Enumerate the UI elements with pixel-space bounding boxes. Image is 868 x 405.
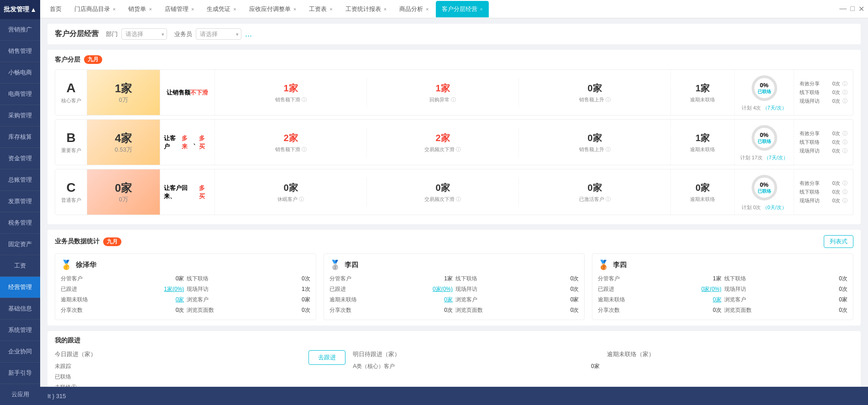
sidebar-item-zhangzhang[interactable]: 总账管理 (0, 169, 40, 191)
tab-payroll[interactable]: 工资表× (303, 1, 338, 17)
sidebar-top[interactable]: 批发管理 ▲ (0, 0, 40, 19)
staff-stat-val: 0次 (570, 285, 579, 293)
tab-sales_order[interactable]: 销货单× (122, 1, 157, 17)
sidebar-item-fapiao[interactable]: 发票管理 (0, 191, 40, 212)
info-icon[interactable]: ⓘ (451, 96, 456, 103)
tab-home[interactable]: 首页 (44, 1, 68, 17)
sidebar-item-xitong[interactable]: 系统管理 (0, 320, 40, 341)
info-icon[interactable]: ⓘ (842, 198, 847, 203)
metric-item[interactable]: 1家回购异常 ⓘ (367, 79, 519, 107)
info-icon[interactable]: ⓘ (606, 196, 611, 203)
metric-item[interactable]: 1家销售额下滑 ⓘ (215, 79, 367, 107)
staff-name-2: 李四 (613, 261, 627, 269)
plan-link[interactable]: （7天/次） (764, 155, 788, 160)
tier-main-stat-b[interactable]: 4家0.53万 (87, 120, 160, 165)
sidebar-item-jichu[interactable]: 基础信息 (0, 298, 40, 320)
tab-close-voucher[interactable]: × (233, 6, 236, 12)
info-icon[interactable]: ⓘ (456, 146, 461, 153)
staff-stat-val[interactable]: 0家(0%) (701, 285, 722, 293)
sidebar-item-caigou[interactable]: 采购管理 (0, 105, 40, 126)
salesperson-select[interactable]: 请选择 (196, 28, 241, 40)
sidebar-item-xiaoshou[interactable]: 销售管理 (0, 41, 40, 62)
tier-contact-b[interactable]: 1家逾期未联络 (670, 120, 734, 165)
tab-customer_tier[interactable]: 客户分层经营× (436, 1, 489, 17)
sidebar-item-kucun[interactable]: 库存核算 (0, 126, 40, 148)
tab-close-receivable[interactable]: × (293, 6, 296, 12)
tier-row-b: B重要客户4家0.53万让客户多来、多买2家销售额下滑 ⓘ2家交易频次下滑 ⓘ0… (55, 119, 853, 165)
tab-close-payroll_report[interactable]: × (384, 6, 387, 12)
staff-stat-val[interactable]: 1家(0%) (164, 285, 184, 293)
tab-close-store_goods[interactable]: × (113, 6, 115, 12)
tab-receivable[interactable]: 应收应付调整单× (243, 1, 302, 17)
window-minimize-icon[interactable]: — (839, 5, 847, 13)
today-row-not-contacted: 未联络① (55, 382, 301, 387)
metric-item[interactable]: 2家销售额下滑 ⓘ (215, 128, 367, 157)
tier-contact-a[interactable]: 1家逾期未联络 (670, 70, 734, 115)
sidebar-collapse-icon[interactable]: ▲ (30, 6, 37, 13)
dept-select[interactable]: 请选择 (121, 28, 167, 40)
info-icon[interactable]: ⓘ (299, 196, 304, 203)
tab-close-customer_tier[interactable]: × (480, 6, 483, 12)
info-icon[interactable]: ⓘ (842, 89, 847, 95)
sidebar-item-gudingzc[interactable]: 固定资产 (0, 234, 40, 255)
tab-close-store_mgmt[interactable]: × (191, 6, 194, 12)
plan-link[interactable]: （7天/次） (763, 105, 787, 110)
staff-stat-item: 现场拜访1次 (187, 285, 310, 293)
tab-close-goods_analysis[interactable]: × (426, 6, 429, 12)
sidebar-item-xinshou[interactable]: 新手引导 (0, 363, 40, 384)
tab-voucher[interactable]: 生成凭证× (201, 1, 242, 17)
metric-item[interactable]: 2家交易频次下滑 ⓘ (367, 128, 519, 157)
metric-item[interactable]: 0家销售额上升 ⓘ (519, 128, 670, 157)
staff-stat-val[interactable]: 0家 (444, 296, 453, 304)
info-icon[interactable]: ⓘ (842, 180, 847, 186)
info-icon[interactable]: ⓘ (842, 81, 847, 86)
staff-stat-val[interactable]: 0家(0%) (433, 285, 453, 293)
staff-stat-val: 0次 (302, 306, 310, 314)
circle-linked-label: 已联络 (758, 89, 771, 95)
sidebar-item-xiaodian[interactable]: 小畅电商 (0, 62, 40, 84)
tab-store_mgmt[interactable]: 店铺管理× (159, 1, 200, 17)
staff-stat-val[interactable]: 0家 (713, 296, 722, 304)
list-view-btn[interactable]: 列表式 (824, 235, 853, 248)
sidebar-item-gongzi[interactable]: 工资 (0, 255, 40, 277)
sidebar-item-zijin[interactable]: 资金管理 (0, 148, 40, 169)
tier-main-stat-c[interactable]: 0家0万 (87, 169, 160, 215)
info-icon[interactable]: ⓘ (842, 131, 847, 136)
staff-stat-label: 浏览客户 (455, 296, 477, 304)
tab-close-sales_order[interactable]: × (149, 6, 152, 12)
plan-link[interactable]: （0天/次） (763, 205, 787, 210)
sidebar-item-qiye[interactable]: 企业协同 (0, 341, 40, 363)
more-filter-btn[interactable]: ... (245, 29, 252, 39)
tab-store_goods[interactable]: 门店商品目录× (68, 1, 121, 17)
today-row-contacted: 已联络 (55, 372, 301, 382)
info-icon[interactable]: ⓘ (842, 98, 847, 104)
tab-close-payroll[interactable]: × (329, 6, 332, 12)
info-icon[interactable]: ⓘ (842, 189, 847, 195)
info-icon[interactable]: ⓘ (302, 96, 307, 103)
circle-text: 0% 已联络 (758, 131, 771, 145)
window-maximize-icon[interactable]: □ (850, 5, 855, 13)
metric-item[interactable]: 0家休眠客户 ⓘ (215, 178, 367, 206)
tab-payroll_report[interactable]: 工资统计报表× (340, 1, 392, 17)
window-close-icon[interactable]: ✕ (858, 5, 864, 13)
tab-goods_analysis[interactable]: 商品分析× (393, 1, 434, 17)
staff-stat-val[interactable]: 0家 (176, 296, 184, 304)
info-icon[interactable]: ⓘ (456, 196, 461, 203)
tier-contact-c[interactable]: 0家逾期未联络 (670, 169, 734, 215)
goto-followup-btn[interactable]: 去跟进 (309, 350, 345, 365)
info-icon[interactable]: ⓘ (842, 139, 847, 145)
info-icon[interactable]: ⓘ (842, 148, 847, 153)
metric-item[interactable]: 0家销售额上升 ⓘ (519, 79, 670, 107)
metric-item[interactable]: 0家交易频次下滑 ⓘ (367, 178, 519, 206)
sidebar-item-yun[interactable]: 云应用 (0, 384, 40, 405)
staff-stat-label: 已跟进 (598, 285, 614, 293)
tier-main-stat-a[interactable]: 1家0万 (87, 70, 160, 115)
sidebar-item-shuiwu[interactable]: 税务管理 (0, 212, 40, 234)
info-icon[interactable]: ⓘ (302, 146, 307, 153)
sidebar-item-dianshoug[interactable]: 电商管理 (0, 84, 40, 105)
sidebar-item-jingying[interactable]: 经营管理 (0, 277, 40, 298)
metric-item[interactable]: 0家已激活客户 ⓘ (519, 178, 670, 206)
info-icon[interactable]: ⓘ (606, 146, 611, 153)
sidebar-item-yingxiao[interactable]: 营销推广 (0, 19, 40, 41)
info-icon[interactable]: ⓘ (606, 96, 611, 103)
